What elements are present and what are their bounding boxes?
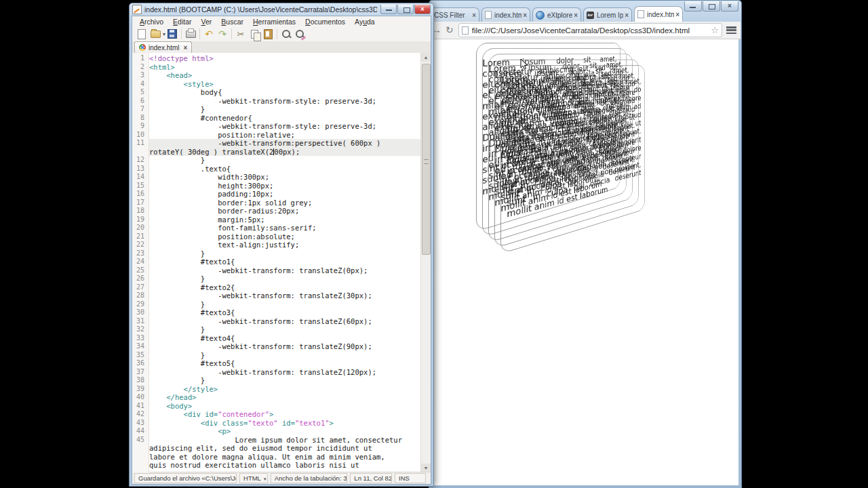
code-line[interactable]: 36 #texto5{ — [132, 359, 421, 368]
gedit-file-tab[interactable]: index.html × — [134, 41, 192, 53]
close-button[interactable]: × — [721, 1, 738, 12]
code-line[interactable]: 44 <p> — [132, 427, 421, 436]
print-button[interactable] — [184, 28, 197, 40]
code-line[interactable]: 30 #texto3{ — [132, 308, 421, 317]
editor-scrollbar[interactable]: ▲ ▼ — [420, 53, 431, 472]
code-line[interactable]: 9 -webkit-transform-style: preserve-3d; — [132, 122, 421, 131]
code-line[interactable]: 25 -webkit-transform: translateZ(0px); — [132, 266, 421, 275]
code-line[interactable]: 35 } — [132, 351, 421, 360]
browser-tab[interactable]: CSS Filter× — [431, 7, 479, 22]
code-line[interactable]: 34 -webkit-transform: translateZ(90px); — [132, 342, 421, 351]
tab-close-icon[interactable]: × — [523, 12, 527, 19]
code-line[interactable]: 29 } — [132, 300, 421, 309]
code-line[interactable]: 28 -webkit-transform: translateZ(30px); — [132, 291, 421, 300]
tab-close-icon[interactable]: × — [675, 11, 679, 18]
code-line[interactable]: 23 } — [132, 249, 421, 258]
line-number: 11 — [132, 139, 149, 148]
minimize-button[interactable] — [684, 1, 702, 12]
code-line[interactable]: 16 padding:10px; — [132, 190, 421, 199]
line-number: 35 — [132, 351, 149, 360]
gedit-maximize-button[interactable] — [397, 5, 414, 14]
search-button[interactable] — [279, 28, 293, 40]
gedit-titlebar[interactable]: index.html (BOOTCAMP (C:) \Users\JoseVic… — [130, 3, 433, 16]
open-button[interactable] — [149, 28, 162, 40]
cut-button[interactable]: ✂ — [234, 28, 248, 40]
tab-close-icon[interactable]: × — [625, 12, 629, 19]
tab-close-icon[interactable]: × — [574, 12, 578, 19]
browser-tab[interactable]: eXtplorer× — [532, 7, 581, 22]
copy-button[interactable] — [248, 28, 261, 40]
code-line[interactable]: 8 #contenedor{ — [132, 114, 421, 123]
code-line[interactable]: 32 } — [132, 325, 421, 334]
menu-ayuda[interactable]: Ayuda — [350, 18, 380, 26]
search-replace-button[interactable] — [293, 28, 307, 40]
code-editor[interactable]: 1<!doctype html>2<html>3 <head>4 <style>… — [132, 53, 431, 472]
gedit-close-button[interactable]: × — [414, 5, 431, 14]
gedit-minimize-button[interactable] — [380, 5, 397, 14]
menu-herramientas[interactable]: Herramientas — [248, 18, 300, 26]
scroll-up-icon[interactable]: ▲ — [421, 53, 431, 62]
browser-tab[interactable]: lorLorem Ips× — [583, 7, 632, 22]
code-line[interactable]: 3 <head> — [132, 71, 421, 80]
menu-archivo[interactable]: Archivo — [135, 18, 168, 26]
new-document-button[interactable] — [135, 28, 149, 40]
menu-editar[interactable]: Editar — [168, 18, 196, 26]
code-line[interactable]: 40 </head> — [132, 393, 421, 402]
code-line[interactable]: 4 <style> — [132, 80, 421, 89]
code-line[interactable]: 31 -webkit-transform: translateZ(60px); — [132, 317, 421, 326]
tab-close-icon[interactable]: × — [472, 12, 476, 19]
save-button[interactable] — [165, 28, 179, 40]
tab-close-icon[interactable]: × — [184, 44, 188, 52]
code-line[interactable]: 10 position:relative; — [132, 131, 421, 140]
code-line[interactable]: 45 Lorem ipsum dolor sit amet, consectet… — [132, 436, 421, 445]
menu-buscar[interactable]: Buscar — [216, 18, 248, 26]
code-line[interactable]: 15 height:300px; — [132, 182, 421, 190]
code-line[interactable]: 1<!doctype html> — [132, 54, 421, 63]
code-line[interactable]: 27 #texto2{ — [132, 283, 421, 292]
code-line[interactable]: rotateY( 30deg ) translateX(200px); — [132, 148, 421, 157]
language-dropdown[interactable]: HTML▾ — [239, 473, 268, 483]
menu-documentos[interactable]: Documentos — [300, 18, 350, 26]
browser-tab[interactable]: index.htm× — [634, 6, 683, 22]
code-line[interactable]: 12 } — [132, 156, 421, 165]
code-line[interactable]: 33 #texto4{ — [132, 334, 421, 343]
bookmark-star-icon[interactable]: ☆ — [711, 25, 719, 35]
browser-tab[interactable]: index.htm× — [481, 7, 530, 22]
code-line[interactable]: 39 </style> — [132, 385, 421, 394]
code-line[interactable]: 7 } — [132, 105, 421, 114]
code-line[interactable]: 41 <body> — [132, 402, 421, 411]
code-line[interactable]: 43 <div class="texto" id="texto1"> — [132, 419, 421, 428]
scrollbar-thumb[interactable] — [422, 64, 431, 255]
code-line[interactable]: 21 position:absolute; — [132, 232, 421, 241]
url-text[interactable]: file:///C:/Users/JoseVicenteCarratala/De… — [472, 26, 709, 35]
code-line[interactable]: 5 body{ — [132, 88, 421, 97]
undo-button[interactable]: ↶ — [202, 28, 216, 40]
maximize-button[interactable] — [703, 1, 720, 12]
code-line[interactable]: 26 } — [132, 274, 421, 283]
code-line[interactable]: quis nostrud exercitation ullamco labori… — [132, 461, 421, 470]
code-line[interactable]: 17 border:1px solid grey; — [132, 199, 421, 207]
line-number: 15 — [132, 182, 149, 190]
code-line[interactable]: 14 width:300px; — [132, 173, 421, 182]
tab-width-dropdown[interactable]: Ancho de la tabulación: 3▾ — [271, 473, 348, 483]
code-line[interactable]: 37 -webkit-transform: translateZ(120px); — [132, 368, 421, 377]
code-line[interactable]: labore et dolore magna aliqua. Ut enim a… — [132, 453, 421, 462]
code-line[interactable]: 20 font-family:sans-serif; — [132, 224, 421, 232]
menu-icon[interactable] — [726, 26, 736, 34]
code-line[interactable]: 38 } — [132, 376, 421, 385]
code-line[interactable]: 11 -webkit-transform:perspective( 600px … — [132, 139, 421, 148]
code-line[interactable]: 42 <div id="contenedor"> — [132, 410, 421, 419]
code-line[interactable]: 18 border-radius:20px; — [132, 207, 421, 216]
code-line[interactable]: 22 text-align:justify; — [132, 241, 421, 249]
code-line[interactable]: 19 margin:5px; — [132, 216, 421, 224]
code-line[interactable]: 24 #texto1{ — [132, 258, 421, 266]
address-bar[interactable]: file:///C:/Users/JoseVicenteCarratala/De… — [458, 23, 722, 37]
code-line[interactable]: 13 .texto{ — [132, 165, 421, 174]
menu-ver[interactable]: Ver — [197, 18, 217, 26]
code-line[interactable]: adipiscing elit, sed do eiusmod tempor i… — [132, 444, 421, 453]
code-line[interactable]: 6 -webkit-transform-style: preserve-3d; — [132, 97, 421, 106]
paste-button[interactable] — [261, 28, 275, 40]
code-line[interactable]: 2<html> — [132, 63, 421, 72]
redo-button[interactable]: ↷ — [216, 28, 229, 40]
reload-icon[interactable]: ↻ — [446, 22, 454, 39]
